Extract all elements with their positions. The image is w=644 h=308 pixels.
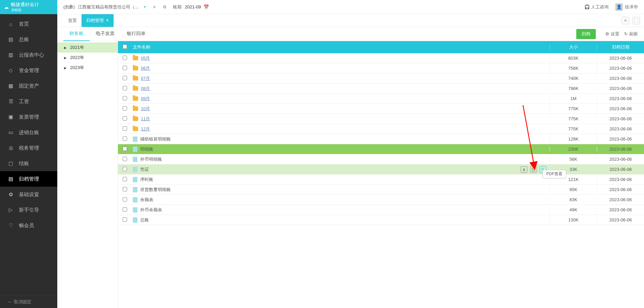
select-all-checkbox[interactable]	[123, 44, 127, 49]
subtab[interactable]: 财务账	[63, 27, 90, 41]
sidebar-item-label: 进销台账	[19, 129, 39, 136]
folder-icon	[133, 106, 138, 111]
sidebar-item-label: 固定资产	[19, 83, 39, 89]
row-checkbox[interactable]	[123, 96, 127, 100]
tabs-row: 首页归档管理✕ ✕ ⛶	[57, 14, 644, 27]
file-icon	[133, 207, 137, 213]
gear-icon[interactable]: ⚙	[163, 4, 167, 9]
calendar-icon[interactable]: 📅	[204, 4, 209, 9]
subtab[interactable]: 银行回单	[121, 27, 152, 41]
row-name[interactable]: 12月	[141, 126, 150, 132]
row-checkbox[interactable]	[123, 197, 127, 202]
row-checkbox[interactable]	[123, 66, 127, 70]
table-row[interactable]: 辅助核算明细账128K2023-06-06	[118, 134, 644, 144]
sidebar-item-salary[interactable]: ☰工资	[0, 94, 57, 109]
row-size: 775K	[550, 116, 597, 121]
table-row[interactable]: 外币明细账56K2023-06-06	[118, 154, 644, 164]
fullscreen-button[interactable]: ⛶	[633, 17, 640, 24]
row-size: 49K	[550, 207, 597, 212]
avatar-icon: 👤	[615, 3, 623, 11]
table-row[interactable]: 明细账230K2023-06-06	[118, 144, 644, 154]
table-row[interactable]: 06月756K2023-06-06	[118, 63, 644, 73]
subtab[interactable]: 电子发票	[90, 27, 121, 41]
pin-toggle[interactable]: ↔ 取消固定	[0, 295, 57, 308]
table-row[interactable]: 存货数量明细账85K2023-06-06	[118, 185, 644, 195]
row-name[interactable]: 06月	[141, 65, 150, 71]
sidebar-item-member[interactable]: ♡畅会员	[0, 218, 57, 233]
close-tab-button[interactable]: ✕	[622, 17, 629, 24]
stock-icon: ▭	[7, 129, 14, 135]
row-checkbox[interactable]	[123, 217, 127, 222]
row-checkbox[interactable]	[123, 147, 127, 151]
table-row[interactable]: 10月775K2023-06-06	[118, 104, 644, 114]
row-checkbox[interactable]	[123, 56, 127, 60]
archive-button[interactable]: 归档	[576, 29, 596, 39]
row-checkbox[interactable]	[123, 157, 127, 161]
download-icon[interactable]	[521, 166, 527, 173]
refresh-button[interactable]: ↻ 刷新	[624, 31, 638, 37]
company-selector[interactable]: (勿删）江西服宝精品有限责任公司（...	[63, 4, 139, 10]
row-checkbox[interactable]	[123, 76, 127, 80]
row-name[interactable]: 07月	[141, 75, 150, 82]
tree-item[interactable]: ▶2022年	[57, 53, 118, 63]
sidebar-item-settings[interactable]: ✿基础设置	[0, 187, 57, 202]
row-checkbox[interactable]	[123, 187, 127, 191]
tab[interactable]: 首页	[63, 14, 82, 27]
gear-icon: ⚙	[605, 31, 609, 36]
row-name[interactable]: 09月	[141, 96, 150, 102]
consult-button[interactable]: 🎧 人工咨询	[584, 4, 609, 10]
period-value[interactable]: 2021-09	[185, 4, 201, 9]
refresh-label: 刷新	[629, 31, 638, 37]
sidebar-item-close[interactable]: ▢结账	[0, 156, 57, 171]
row-checkbox[interactable]	[123, 136, 127, 141]
tab[interactable]: 归档管理✕	[82, 14, 114, 27]
sidebar-item-invoice[interactable]: ▣发票管理	[0, 109, 57, 125]
row-checkbox[interactable]	[123, 106, 127, 111]
row-name[interactable]: 08月	[141, 86, 150, 92]
row-size: 756K	[550, 66, 597, 71]
table-row[interactable]: 总账130K2023-06-06	[118, 215, 644, 225]
sidebar-item-archive[interactable]: ▤归档管理	[0, 171, 57, 187]
row-name[interactable]: 11月	[141, 116, 150, 122]
tree-item[interactable]: ▶2023年	[57, 63, 118, 73]
file-icon	[133, 147, 137, 152]
table-row[interactable]: 05月603K2023-06-06	[118, 53, 644, 63]
sidebar-item-label: 结账	[19, 160, 29, 167]
table-row[interactable]: 09月1M2023-06-06	[118, 94, 644, 104]
row-checkbox[interactable]	[123, 126, 127, 131]
sidebar-item-fund[interactable]: ◇资金管理	[0, 63, 57, 78]
row-checkbox[interactable]	[123, 116, 127, 121]
table-row[interactable]: 余额表83K2023-06-06	[118, 195, 644, 205]
table-row[interactable]: 12月775K2023-06-06	[118, 124, 644, 134]
row-name[interactable]: 05月	[141, 55, 150, 61]
sidebar-item-asset[interactable]: ▦固定资产	[0, 78, 57, 94]
close-icon[interactable]: ✕	[106, 18, 109, 23]
row-checkbox[interactable]	[123, 167, 127, 171]
row-name[interactable]: 10月	[141, 106, 150, 112]
table-row[interactable]: 07月740K2023-06-06	[118, 73, 644, 84]
settings-button[interactable]: ⚙ 设置	[605, 31, 619, 37]
add-button[interactable]: +	[153, 4, 156, 10]
sidebar-item-stock[interactable]: ▭进销台账	[0, 125, 57, 140]
table-row[interactable]: 08月796K2023-06-06	[118, 84, 644, 94]
table-row[interactable]: 11月775K2023-06-06	[118, 114, 644, 124]
table-row[interactable]: 外币余额表49K2023-06-06	[118, 205, 644, 215]
sidebar-item-guide[interactable]: ▷新手引导	[0, 202, 57, 218]
row-checkbox[interactable]	[123, 207, 127, 212]
subtabs: 财务账电子发票银行回单 归档 ⚙ 设置 ↻ 刷新	[57, 27, 644, 41]
sidebar-item-label: 首页	[19, 21, 29, 27]
sidebar-item-tax[interactable]: ◎税务管理	[0, 140, 57, 156]
fund-icon: ◇	[7, 67, 14, 73]
row-checkbox[interactable]	[123, 177, 127, 181]
sidebar-item-label: 发票管理	[19, 114, 39, 120]
sidebar-item-home[interactable]: ⌂首页	[0, 16, 57, 32]
sidebar-item-ledger[interactable]: ▤总账	[0, 32, 57, 47]
user-menu[interactable]: 👤 徐泽华	[615, 3, 638, 11]
row-size: 796K	[550, 86, 597, 91]
settings-label: 设置	[611, 31, 619, 37]
pdf-icon[interactable]	[530, 166, 537, 173]
tree-item[interactable]: ▶2021年	[57, 42, 118, 53]
row-checkbox[interactable]	[123, 86, 127, 90]
chevron-down-icon[interactable]: ▾	[144, 5, 146, 9]
sidebar-item-report[interactable]: ▥云报表中心	[0, 47, 57, 63]
